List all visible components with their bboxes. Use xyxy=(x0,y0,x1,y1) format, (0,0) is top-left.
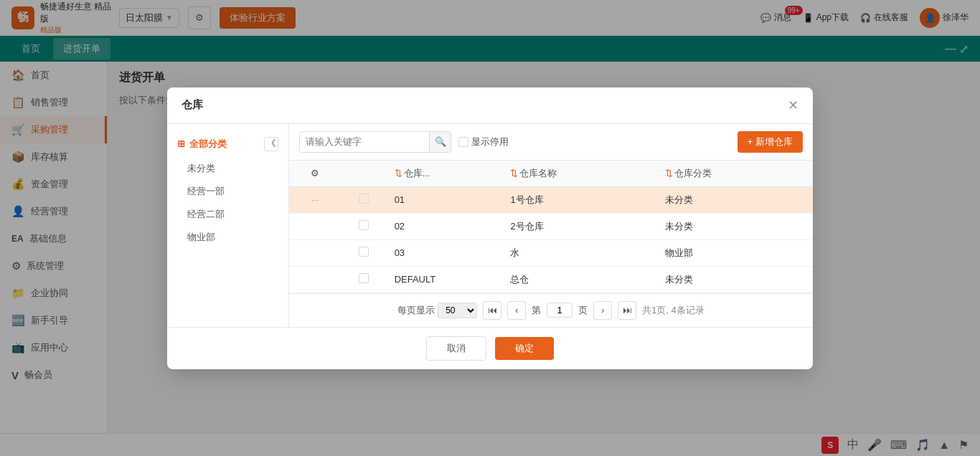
page-size-wrap: 每页显示 10 20 50 100 xyxy=(397,303,477,318)
page-first-button[interactable]: ⏮ xyxy=(483,301,501,320)
category-panel: ⊞ 全部分类 《 未分类 经营一部 经营二部 物业部 xyxy=(167,124,289,327)
cat-item-none[interactable]: 未分类 xyxy=(167,157,288,180)
warehouse-table: ⚙ ⇅仓库... ⇅仓库名称 ⇅仓库分类 ··· 01 xyxy=(289,161,813,293)
page-next-button[interactable]: › xyxy=(593,301,612,320)
page-input[interactable] xyxy=(547,303,573,318)
search-button[interactable]: 🔍 xyxy=(429,131,451,153)
show-disabled-checkbox[interactable] xyxy=(458,137,468,147)
search-wrap: 🔍 xyxy=(299,131,451,153)
modal-body: ⊞ 全部分类 《 未分类 经营一部 经营二部 物业部 🔍 xyxy=(167,124,813,327)
page-suffix: 页 xyxy=(578,304,588,317)
table-row[interactable]: ··· 01 1号仓库 未分类 xyxy=(289,186,813,213)
page-total: 共1页, 4条记录 xyxy=(642,304,705,317)
sort-icon-code: ⇅ xyxy=(395,168,402,179)
cat-item-ops2[interactable]: 经营二部 xyxy=(167,203,288,226)
sort-icon-name: ⇅ xyxy=(510,168,518,179)
modal-close-button[interactable]: ✕ xyxy=(788,98,798,113)
row-code-3: 03 xyxy=(387,239,504,266)
row-cat-3: 物业部 xyxy=(658,239,813,266)
col-header-settings: ⚙ xyxy=(289,161,341,187)
table-area: 🔍 显示停用 + 新增仓库 ⚙ xyxy=(289,124,813,327)
row-check-3[interactable] xyxy=(341,239,387,266)
grid-icon: ⊞ xyxy=(177,138,185,149)
modal-overlay: 仓库 ✕ ⊞ 全部分类 《 未分类 经营一部 经营二部 物业部 xyxy=(0,0,980,456)
category-all[interactable]: ⊞ 全部分类 《 xyxy=(167,131,288,157)
modal-header: 仓库 ✕ xyxy=(167,87,813,124)
page-prev-button[interactable]: ‹ xyxy=(507,301,526,320)
category-all-label: 全部分类 xyxy=(189,138,227,151)
row-code-2: 02 xyxy=(387,213,504,239)
cancel-button[interactable]: 取消 xyxy=(426,336,486,361)
row-actions-1: ··· xyxy=(289,186,341,213)
row-actions-3 xyxy=(289,239,341,266)
row-check-2[interactable] xyxy=(341,213,387,239)
col-header-code: ⇅仓库... xyxy=(387,161,504,187)
table-row[interactable]: 03 水 物业部 xyxy=(289,239,813,266)
col-header-check xyxy=(341,161,387,187)
sort-icon-cat: ⇅ xyxy=(665,168,673,179)
table-row[interactable]: DEFAULT 总仓 未分类 xyxy=(289,266,813,293)
cat-item-property[interactable]: 物业部 xyxy=(167,226,288,249)
col-header-category: ⇅仓库分类 xyxy=(658,161,813,187)
row-cat-4: 未分类 xyxy=(658,266,813,293)
row-name-4: 总仓 xyxy=(503,266,658,293)
checkbox-4[interactable] xyxy=(359,273,369,283)
search-input[interactable] xyxy=(300,132,429,152)
page-last-button[interactable]: ⏭ xyxy=(618,301,636,320)
warehouse-modal: 仓库 ✕ ⊞ 全部分类 《 未分类 经营一部 经营二部 物业部 xyxy=(167,87,813,369)
table-row[interactable]: 02 2号仓库 未分类 xyxy=(289,213,813,239)
pagination: 每页显示 10 20 50 100 ⏮ ‹ 第 页 › ⏭ xyxy=(289,293,813,327)
checkbox-2[interactable] xyxy=(359,220,369,230)
show-disabled-label: 显示停用 xyxy=(471,136,509,148)
checkbox-1[interactable] xyxy=(359,194,369,204)
row-actions-4 xyxy=(289,266,341,293)
col-header-name: ⇅仓库名称 xyxy=(503,161,658,187)
confirm-button[interactable]: 确定 xyxy=(495,337,554,360)
row-actions-2 xyxy=(289,213,341,239)
row-cat-1: 未分类 xyxy=(658,186,813,213)
row-name-2: 2号仓库 xyxy=(503,213,658,239)
row-name-3: 水 xyxy=(503,239,658,266)
show-disabled-wrap: 显示停用 xyxy=(458,136,509,148)
per-page-label: 每页显示 xyxy=(397,304,435,317)
row-code-4: DEFAULT xyxy=(387,266,504,293)
table-toolbar: 🔍 显示停用 + 新增仓库 xyxy=(289,124,813,161)
row-code-1: 01 xyxy=(387,186,504,213)
row-check-4[interactable] xyxy=(341,266,387,293)
row-name-1: 1号仓库 xyxy=(503,186,658,213)
category-collapse-button[interactable]: 《 xyxy=(264,137,278,151)
modal-footer: 取消 确定 xyxy=(167,327,813,369)
row-cat-2: 未分类 xyxy=(658,213,813,239)
checkbox-3[interactable] xyxy=(359,247,369,257)
page-label: 第 xyxy=(532,304,541,317)
row-check-1[interactable] xyxy=(341,186,387,213)
page-size-select[interactable]: 10 20 50 100 xyxy=(438,303,477,318)
modal-title: 仓库 xyxy=(182,98,203,112)
add-warehouse-button[interactable]: + 新增仓库 xyxy=(738,131,803,153)
cat-item-ops1[interactable]: 经营一部 xyxy=(167,180,288,203)
